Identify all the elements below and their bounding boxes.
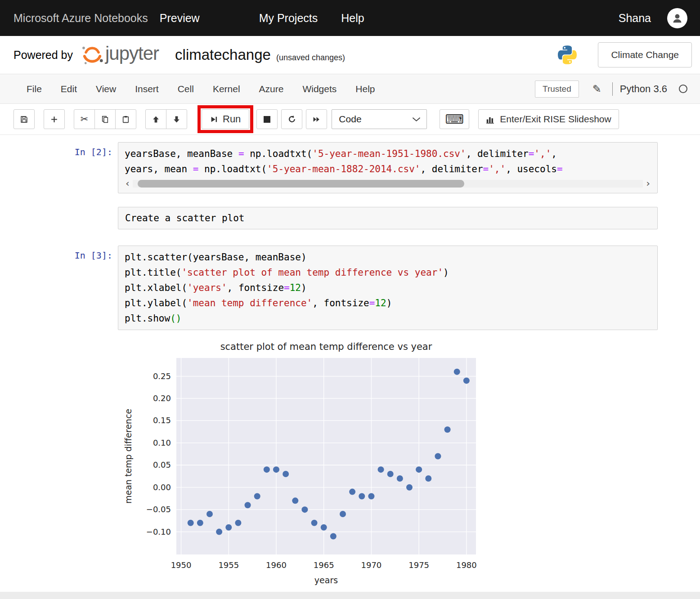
python-logo-icon xyxy=(556,44,578,66)
nav-my-projects[interactable]: My Projects xyxy=(259,12,318,25)
pencil-icon[interactable]: ✎ xyxy=(592,83,601,95)
chevron-down-icon xyxy=(412,117,421,122)
code-cell-3-input[interactable]: plt.scatter(yearsBase, meanBase)plt.titl… xyxy=(118,246,658,330)
svg-text:0.00: 0.00 xyxy=(153,483,171,492)
menu-widgets[interactable]: Widgets xyxy=(293,84,346,94)
cell-type-value: Code xyxy=(339,114,361,125)
kernel-status-icon xyxy=(679,85,687,93)
keyboard-icon: ⌨ xyxy=(445,113,464,126)
project-button[interactable]: Climate Change xyxy=(598,42,692,67)
user-avatar-icon[interactable] xyxy=(667,8,687,28)
arrow-up-icon xyxy=(152,116,160,123)
code-cell-2-source[interactable]: yearsBase, meanBase = np.loadtxt('5-year… xyxy=(125,146,651,177)
trusted-badge: Trusted xyxy=(535,80,579,98)
jupyter-wordmark: jupyter xyxy=(105,43,159,64)
svg-text:0.05: 0.05 xyxy=(153,460,171,469)
command-palette-button[interactable]: ⌨ xyxy=(440,109,469,129)
user-name[interactable]: Shana xyxy=(619,12,651,25)
cell-type-dropdown[interactable]: Code xyxy=(332,109,427,129)
nav-help[interactable]: Help xyxy=(341,12,364,25)
fast-forward-icon xyxy=(313,116,320,123)
move-cell-down-button[interactable] xyxy=(166,109,187,129)
scroll-right-icon[interactable]: › xyxy=(645,179,651,188)
menu-help[interactable]: Help xyxy=(346,84,384,94)
notebook-title[interactable]: climatechange xyxy=(175,46,271,63)
svg-text:−0.05: −0.05 xyxy=(146,505,171,514)
run-button-wrapper: Run xyxy=(202,109,249,129)
restart-run-all-button[interactable] xyxy=(306,109,327,129)
menu-insert[interactable]: Insert xyxy=(126,84,168,94)
jupyter-logo-icon xyxy=(80,43,104,67)
plus-icon xyxy=(50,116,58,123)
text-cell[interactable]: Create a scatter plot xyxy=(118,207,658,229)
bar-chart-icon xyxy=(486,115,494,124)
paste-cell-button[interactable] xyxy=(115,109,136,129)
preview-badge: Preview xyxy=(160,12,200,25)
restart-icon xyxy=(288,115,296,123)
move-cell-button-group xyxy=(145,109,187,129)
stop-icon xyxy=(264,116,270,123)
menubar-divider xyxy=(612,82,613,96)
code-cell-2-input[interactable]: yearsBase, meanBase = np.loadtxt('5-year… xyxy=(118,142,658,193)
scrollbar-thumb[interactable] xyxy=(138,180,464,188)
input-prompt-2: In [2]: xyxy=(0,142,118,193)
menubar-right: Trusted ✎ Python 3.6 xyxy=(535,80,687,98)
svg-text:mean temp difference: mean temp difference xyxy=(123,409,133,504)
svg-text:0.10: 0.10 xyxy=(153,438,171,447)
svg-text:0.20: 0.20 xyxy=(153,393,171,403)
save-button[interactable] xyxy=(13,109,35,129)
scissors-icon: ✂ xyxy=(81,115,89,124)
cut-cell-button[interactable]: ✂ xyxy=(74,109,95,129)
menu-cell[interactable]: Cell xyxy=(168,84,203,94)
azure-topbar: Microsoft Azure Notebooks Preview My Pro… xyxy=(0,0,700,36)
jupyter-header: Powered by jupyter climatechange (unsave… xyxy=(0,36,700,74)
page-bottom-strip xyxy=(0,592,700,599)
svg-text:years: years xyxy=(314,575,338,585)
restart-kernel-button[interactable] xyxy=(281,109,302,129)
move-cell-up-button[interactable] xyxy=(145,109,166,129)
menu-file[interactable]: File xyxy=(17,84,51,94)
notebook-menubar: File Edit View Insert Cell Kernel Azure … xyxy=(0,74,700,104)
scatter-plot-image: 1950195519601965197019751980−0.10−0.050.… xyxy=(118,339,478,587)
menu-view[interactable]: View xyxy=(86,84,126,94)
svg-text:1980: 1980 xyxy=(456,560,477,570)
menu-kernel[interactable]: Kernel xyxy=(203,84,250,94)
rise-button-label: Enter/Exit RISE Slideshow xyxy=(500,114,611,125)
step-forward-icon xyxy=(210,116,218,123)
arrow-down-icon xyxy=(173,116,180,123)
kernel-name: Python 3.6 xyxy=(620,83,667,95)
svg-text:−0.10: −0.10 xyxy=(146,527,171,536)
add-cell-button[interactable] xyxy=(44,109,65,129)
cell-output-area: 1950195519601965197019751980−0.10−0.050.… xyxy=(118,339,700,589)
code-cell-3-source[interactable]: plt.scatter(yearsBase, meanBase)plt.titl… xyxy=(125,250,651,326)
input-prompt-3: In [3]: xyxy=(0,246,118,330)
svg-text:1955: 1955 xyxy=(218,560,239,570)
text-cell-content: Create a scatter plot xyxy=(125,213,245,224)
menu-edit[interactable]: Edit xyxy=(51,84,86,94)
code-cell-3: In [3]: plt.scatter(yearsBase, meanBase)… xyxy=(0,246,658,330)
code-cell-2: In [2]: yearsBase, meanBase = np.loadtxt… xyxy=(0,142,658,193)
scroll-left-icon[interactable]: ‹ xyxy=(125,179,130,188)
svg-text:1965: 1965 xyxy=(314,560,334,570)
notebook-container: In [2]: yearsBase, meanBase = np.loadtxt… xyxy=(0,135,700,589)
person-icon xyxy=(671,12,683,24)
run-button-label: Run xyxy=(223,113,241,125)
save-icon xyxy=(20,116,28,123)
svg-text:1970: 1970 xyxy=(361,560,382,570)
interrupt-kernel-button[interactable] xyxy=(256,109,278,129)
run-button[interactable]: Run xyxy=(202,109,249,129)
rise-slideshow-button[interactable]: Enter/Exit RISE Slideshow xyxy=(478,109,619,129)
copy-icon xyxy=(101,116,109,123)
svg-text:0.15: 0.15 xyxy=(153,416,171,425)
svg-text:scatter plot of mean temp diff: scatter plot of mean temp difference vs … xyxy=(220,341,432,352)
paste-icon xyxy=(122,116,130,123)
menu-azure[interactable]: Azure xyxy=(250,84,293,94)
scrollbar-track[interactable] xyxy=(133,180,643,188)
save-status: (unsaved changes) xyxy=(276,48,345,63)
powered-by-label: Powered by xyxy=(13,49,73,62)
svg-text:0.25: 0.25 xyxy=(153,371,171,381)
copy-cell-button[interactable] xyxy=(94,109,116,129)
svg-text:1950: 1950 xyxy=(171,560,192,570)
azure-brand[interactable]: Microsoft Azure Notebooks xyxy=(13,12,148,25)
notebook-toolbar: ✂ xyxy=(0,104,700,135)
